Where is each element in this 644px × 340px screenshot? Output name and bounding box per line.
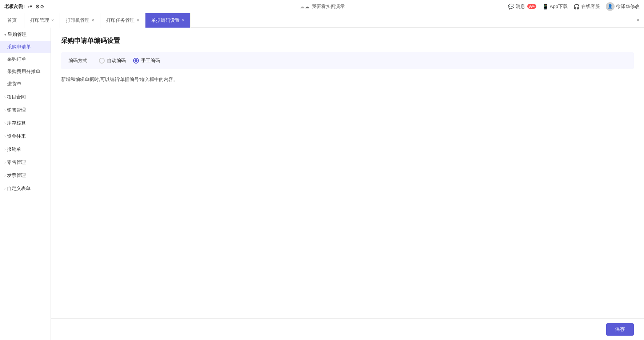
sidebar-group-label-sales: 销售管理 [7,107,26,113]
top-bar: 老板勿割! ▾ ⚙ ☁ 我要看实例演示 消息 99+ App下载 在线客服 👤 … [0,0,644,13]
message-badge: 99+ [527,4,536,9]
sidebar-group-header-capital[interactable]: › 资金往来 [0,129,51,142]
tab-print-task-label: 打印任务管理 [106,17,135,24]
content-inner: 采购申请单编码设置 编码方式 自动编码 手工编码 新增和编辑单据时,可以编辑'单… [51,28,644,318]
sidebar-group-sales: › 销售管理 [0,103,51,116]
sidebar-group-header-retail[interactable]: › 零售管理 [0,155,51,169]
service-icon [573,4,580,9]
center-text: 我要看实例演示 [312,3,345,10]
sidebar-group-label-expense: 报销单 [7,146,21,153]
message-button[interactable]: 消息 99+ [508,3,536,10]
top-bar-center: ☁ 我要看实例演示 [300,3,345,10]
radio-auto-code-circle [99,58,105,64]
radio-manual-code-circle [133,58,139,64]
main-layout: ▾ 采购管理 采购申请单 采购订单 采购费用分摊单 进货单 [0,28,644,340]
sidebar-group-custom-form: › 自定义表单 [0,182,51,195]
sidebar-group-header-invoice[interactable]: › 发票管理 [0,169,51,182]
chevron-down-icon: ▾ [4,33,6,37]
sidebar-group-header-procurement[interactable]: ▾ 采购管理 [0,28,51,41]
sidebar-group-label-inventory: 库存核算 [7,120,26,126]
tab-printer-management-label: 打印机管理 [66,17,89,24]
chevron-right-icon: › [4,95,5,99]
sidebar-item-label: 采购申请单 [7,44,31,49]
sidebar-item-label: 进货单 [7,81,21,86]
sidebar-item-purchase-request[interactable]: 采购申请单 [0,41,51,53]
user-name: 徐泽华修改 [616,3,640,10]
tab-print-management-close[interactable]: × [51,18,54,23]
sidebar-group-header-custom-form[interactable]: › 自定义表单 [0,182,51,195]
sidebar-group-header-inventory[interactable]: › 库存核算 [0,116,51,129]
app-icon [542,4,548,9]
save-button[interactable]: 保存 [606,323,634,336]
tab-print-management[interactable]: 打印管理 × [24,13,60,28]
sidebar-group-label-capital: 资金往来 [7,133,26,139]
chevron-right-icon: › [4,174,5,178]
radio-manual-code[interactable]: 手工编码 [133,57,160,64]
sidebar-group-label-custom-form: 自定义表单 [7,185,31,192]
tab-home-label: 首页 [7,17,17,24]
sidebar-group-capital: › 资金往来 [0,129,51,142]
app-download-label: App下载 [550,3,568,10]
hint-text: 新增和编辑单据时,可以编辑'单据编号'输入框中的内容。 [61,76,634,83]
online-service-label: 在线客服 [581,3,600,10]
chevron-right-icon: › [4,187,5,191]
user-profile[interactable]: 👤 徐泽华修改 [606,2,640,11]
sidebar-group-label-retail: 零售管理 [7,159,26,166]
tab-barcode-settings-close[interactable]: × [182,18,184,23]
content-footer: 保存 [51,318,644,340]
sidebar-group-label-project: 项目合同 [7,94,26,100]
chevron-right-icon: › [4,147,5,151]
settings-icon[interactable]: ⚙ [35,4,44,9]
sidebar-item-purchase-expense[interactable]: 采购费用分摊单 [0,65,51,78]
chevron-right-icon: › [4,108,5,112]
chevron-right-icon: › [4,134,5,138]
sidebar-group-procurement: ▾ 采购管理 采购申请单 采购订单 采购费用分摊单 进货单 [0,28,51,90]
close-all-button[interactable]: × [632,17,644,24]
app-download-button[interactable]: App下载 [542,3,568,10]
chevron-right-icon: › [4,161,5,165]
sidebar-item-purchase-receipt[interactable]: 进货单 [0,78,51,90]
tab-print-task-close[interactable]: × [137,18,139,23]
dropdown-icon[interactable]: ▾ [28,4,32,9]
sidebar-group-expense: › 报销单 [0,142,51,155]
sidebar-group-label-procurement: 采购管理 [8,31,27,38]
tab-print-task[interactable]: 打印任务管理 × [100,13,145,28]
sidebar-group-header-expense[interactable]: › 报销单 [0,142,51,155]
sidebar-group-header-sales[interactable]: › 销售管理 [0,103,51,116]
tab-home[interactable]: 首页 [0,13,24,28]
avatar: 👤 [606,2,615,11]
sidebar-group-header-project[interactable]: › 项目合同 [0,90,51,103]
tab-barcode-settings-label: 单据编码设置 [151,17,180,24]
radio-auto-code[interactable]: 自动编码 [99,57,126,64]
sidebar-group-inventory: › 库存核算 [0,116,51,129]
top-bar-left: 老板勿割! ▾ ⚙ [4,3,44,10]
tab-printer-management-close[interactable]: × [92,18,94,23]
message-label: 消息 [516,3,525,10]
top-bar-right: 消息 99+ App下载 在线客服 👤 徐泽华修改 [508,2,640,11]
sidebar: ▾ 采购管理 采购申请单 采购订单 采购费用分摊单 进货单 [0,28,51,340]
page-title: 采购申请单编码设置 [61,36,634,45]
content-area: 采购申请单编码设置 编码方式 自动编码 手工编码 新增和编辑单据时,可以编辑'单… [51,28,644,340]
tab-print-management-label: 打印管理 [30,17,49,24]
sidebar-group-project: › 项目合同 [0,90,51,103]
online-service-button[interactable]: 在线客服 [573,3,600,10]
sidebar-group-label-invoice: 发票管理 [7,172,26,179]
tab-printer-management[interactable]: 打印机管理 × [60,13,100,28]
logo-text: 老板勿割! [4,3,25,10]
tab-barcode-settings[interactable]: 单据编码设置 × [145,13,191,28]
encoding-label: 编码方式 [68,57,90,64]
sidebar-group-invoice: › 发票管理 [0,169,51,182]
sidebar-group-retail: › 零售管理 [0,155,51,169]
radio-auto-code-label: 自动编码 [107,57,126,64]
cloud-icon: ☁ [300,4,309,9]
radio-manual-code-label: 手工编码 [141,57,160,64]
sidebar-item-purchase-order[interactable]: 采购订单 [0,53,51,65]
sidebar-item-label: 采购订单 [7,56,26,62]
encoding-radio-group: 自动编码 手工编码 [99,57,160,64]
sidebar-children-procurement: 采购申请单 采购订单 采购费用分摊单 进货单 [0,41,51,90]
message-icon [508,4,514,9]
encoding-section: 编码方式 自动编码 手工编码 [61,52,634,69]
sidebar-item-label: 采购费用分摊单 [7,69,40,74]
tab-bar: 首页 打印管理 × 打印机管理 × 打印任务管理 × 单据编码设置 × × [0,13,644,28]
chevron-right-icon: › [4,121,5,125]
